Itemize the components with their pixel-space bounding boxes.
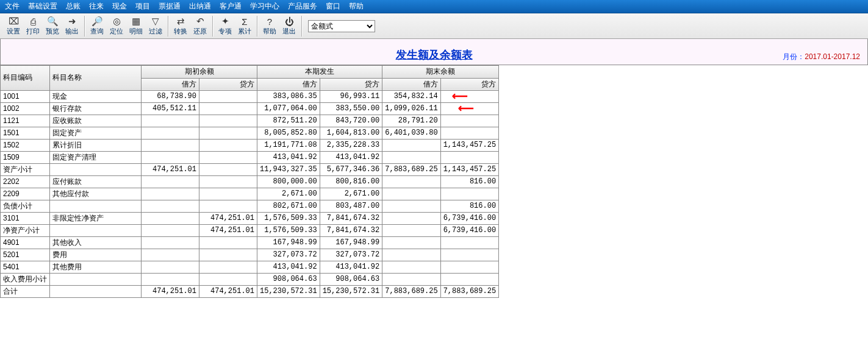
menu-item[interactable]: 现金 — [112, 1, 127, 12]
menu-item[interactable]: 往来 — [89, 1, 104, 12]
header-current-credit[interactable]: 贷方 — [320, 78, 382, 90]
header-closing-debit[interactable]: 借方 — [382, 78, 440, 90]
menu-item[interactable]: 学习中心 — [250, 1, 279, 12]
month-range: 月份：2017.01-2017.12 — [783, 52, 860, 62]
cell-current-debit: 327,073.72 — [257, 249, 320, 261]
toolbar-button-label: 定位 — [110, 27, 123, 36]
format-select[interactable]: 金额式 — [308, 20, 375, 32]
cell-code: 4901 — [1, 236, 50, 249]
cell-code: 1121 — [1, 115, 50, 127]
menu-item[interactable]: 项目 — [135, 1, 150, 12]
设置-icon: ⌧ — [8, 16, 19, 27]
toolbar-过滤-button[interactable]: ▽过滤 — [146, 14, 165, 38]
menu-item[interactable]: 文件 — [5, 1, 20, 12]
toolbar-累计-button[interactable]: Σ累计 — [235, 14, 254, 38]
cell-current-debit: 802,671.00 — [257, 200, 320, 212]
toolbar-button-label: 打印 — [26, 27, 40, 36]
cell-code: 1001 — [1, 90, 50, 102]
menu-bar: 文件基础设置总账往来现金项目票据通出纳通客户通学习中心产品服务窗口帮助 — [0, 0, 868, 13]
toolbar-还原-button[interactable]: ↶还原 — [190, 14, 210, 38]
menu-item[interactable]: 产品服务 — [288, 1, 317, 12]
table-row[interactable]: 2202应付账款800,000.00800,816.00816.00 — [1, 175, 499, 188]
toolbar-预览-button[interactable]: 🔍预览 — [43, 14, 62, 38]
toolbar-查询-button[interactable]: 🔎查询 — [87, 14, 107, 38]
toolbar-button-label: 帮助 — [263, 27, 276, 36]
header-closing-credit[interactable]: 贷方 — [440, 78, 498, 90]
cell-name — [50, 285, 142, 297]
cell-closing-credit — [440, 188, 498, 200]
header-current-debit[interactable]: 借方 — [257, 78, 320, 90]
table-row[interactable]: 1002银行存款405,512.111,077,064.00383,550.00… — [1, 102, 499, 115]
menu-item[interactable]: 票据通 — [159, 1, 181, 12]
header-name[interactable]: 科目名称 — [50, 66, 142, 90]
toolbar-定位-button[interactable]: ◎定位 — [107, 14, 126, 38]
cell-closing-debit: 6,401,039.80 — [382, 127, 440, 139]
header-closing[interactable]: 期末余额 — [382, 66, 499, 78]
table-row[interactable]: 合计474,251.01474,251.0115,230,572.3115,23… — [1, 285, 499, 297]
toolbar-转换-button[interactable]: ⇄转换 — [171, 14, 190, 38]
cell-closing-credit — [440, 102, 498, 115]
menu-item[interactable]: 帮助 — [349, 1, 364, 12]
table-row[interactable]: 1501固定资产8,005,852.801,604,813.006,401,03… — [1, 127, 499, 139]
menu-item[interactable]: 客户通 — [220, 1, 242, 12]
cell-opening-debit: 68,738.90 — [142, 90, 199, 102]
report-title-area: 发生额及余额表 月份：2017.01-2017.12 — [0, 39, 868, 65]
明细-icon: ▦ — [131, 16, 142, 27]
menu-item[interactable]: 基础设置 — [28, 1, 57, 12]
预览-icon: 🔍 — [47, 16, 58, 27]
cell-closing-debit — [382, 188, 440, 200]
toolbar-button-label: 转换 — [174, 27, 187, 36]
table-row[interactable]: 1001现金68,738.90383,086.3596,993.11354,83… — [1, 90, 499, 102]
table-row[interactable]: 收入费用小计908,064.63908,064.63 — [1, 273, 499, 285]
cell-opening-debit — [142, 115, 199, 127]
header-code[interactable]: 科目编码 — [1, 66, 50, 90]
table-row[interactable]: 5401其他费用413,041.92413,041.92 — [1, 261, 499, 273]
menu-item[interactable]: 窗口 — [326, 1, 340, 12]
cell-code: 净资产小计 — [1, 224, 50, 236]
cell-closing-debit — [382, 175, 440, 188]
toolbar-button-label: 过滤 — [149, 27, 162, 36]
table-row[interactable]: 负债小计802,671.00803,487.00816.00 — [1, 200, 499, 212]
帮助-icon: ? — [264, 16, 275, 27]
cell-closing-credit — [440, 236, 498, 249]
toolbar-退出-button[interactable]: ⏻退出 — [279, 14, 299, 38]
table-row[interactable]: 1509固定资产清理413,041.92413,041.92 — [1, 151, 499, 163]
table-row[interactable]: 2209其他应付款2,671.002,671.00 — [1, 188, 499, 200]
专项-icon: ✦ — [220, 16, 231, 27]
cell-opening-debit — [142, 188, 199, 200]
cell-opening-credit — [199, 236, 257, 249]
table-row[interactable]: 净资产小计474,251.011,576,509.337,841,674.326… — [1, 224, 499, 236]
toolbar-明细-button[interactable]: ▦明细 — [126, 14, 146, 38]
toolbar-设置-button[interactable]: ⌧设置 — [4, 14, 23, 38]
cell-opening-debit: 405,512.11 — [142, 102, 199, 115]
header-opening[interactable]: 期初余额 — [142, 66, 257, 78]
toolbar-separator — [84, 16, 85, 37]
cell-current-credit: 7,841,674.32 — [320, 224, 382, 236]
toolbar-打印-button[interactable]: ⎙打印 — [23, 14, 43, 38]
table-row[interactable]: 5201费用327,073.72327,073.72 — [1, 249, 499, 261]
month-label: 月份： — [783, 52, 805, 61]
table-row[interactable]: 3101非限定性净资产474,251.011,576,509.337,841,6… — [1, 212, 499, 224]
header-opening-debit[interactable]: 借方 — [142, 78, 199, 90]
cell-closing-debit: 7,883,689.25 — [382, 285, 440, 297]
menu-item[interactable]: 总账 — [66, 1, 81, 12]
header-current[interactable]: 本期发生 — [257, 66, 382, 78]
toolbar-专项-button[interactable]: ✦专项 — [215, 14, 235, 38]
toolbar-button-label: 设置 — [7, 27, 20, 36]
table-row[interactable]: 资产小计474,251.0111,943,327.355,677,346.367… — [1, 163, 499, 175]
查询-icon: 🔎 — [91, 16, 102, 27]
cell-opening-debit — [142, 261, 199, 273]
toolbar-输出-button[interactable]: ➜输出 — [62, 14, 82, 38]
menu-item[interactable]: 出纳通 — [189, 1, 211, 12]
cell-closing-debit — [382, 249, 440, 261]
table-row[interactable]: 4901其他收入167,948.99167,948.99 — [1, 236, 499, 249]
toolbar-帮助-button[interactable]: ?帮助 — [260, 14, 279, 38]
header-opening-credit[interactable]: 贷方 — [199, 78, 257, 90]
cell-opening-credit: 474,251.01 — [199, 212, 257, 224]
table-row[interactable]: 1502累计折旧1,191,771.082,335,228.331,143,45… — [1, 139, 499, 151]
toolbar-button-label: 明细 — [129, 27, 143, 36]
cell-current-debit: 413,041.92 — [257, 151, 320, 163]
table-row[interactable]: 1121应收账款872,511.20843,720.0028,791.20 — [1, 115, 499, 127]
cell-opening-debit — [142, 249, 199, 261]
打印-icon: ⎙ — [27, 16, 38, 27]
